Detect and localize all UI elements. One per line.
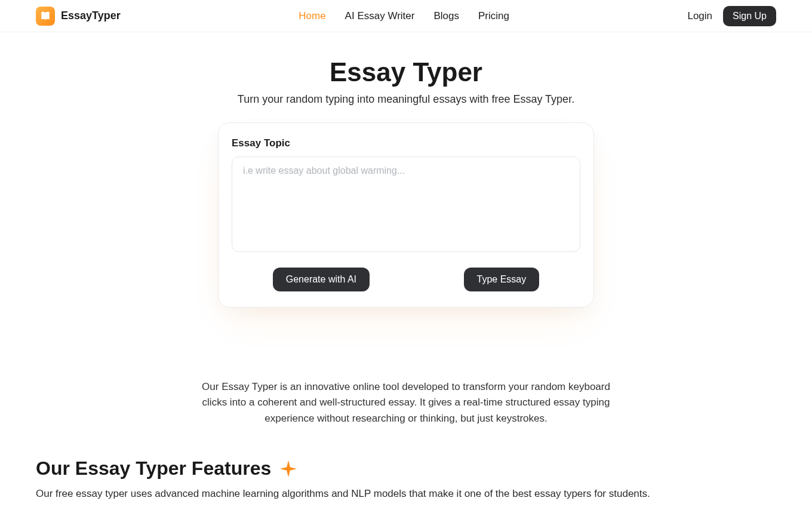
nav-home[interactable]: Home (299, 10, 325, 22)
essay-form-card: Essay Topic Generate with AI Type Essay (218, 122, 594, 308)
nav-ai-essay-writer[interactable]: AI Essay Writer (345, 10, 415, 22)
page-title: Essay Typer (0, 57, 812, 87)
action-buttons: Generate with AI Type Essay (232, 268, 580, 291)
intro-description: Our Essay Typer is an innovative online … (197, 379, 615, 426)
essay-topic-input[interactable] (232, 156, 580, 252)
brand-name: EssayTyper (61, 10, 121, 22)
features-heading-text: Our Essay Typer Features (36, 457, 271, 480)
logo[interactable]: EssayTyper (36, 7, 121, 26)
type-essay-button[interactable]: Type Essay (464, 268, 540, 291)
hero-section: Essay Typer Turn your random typing into… (0, 32, 812, 308)
features-section: Our Essay Typer Features Our free essay … (0, 426, 812, 513)
nav-blogs[interactable]: Blogs (433, 10, 459, 22)
login-link[interactable]: Login (687, 10, 712, 22)
generate-with-ai-button[interactable]: Generate with AI (273, 268, 370, 291)
signup-button[interactable]: Sign Up (723, 6, 776, 26)
features-subheading: Our free essay typer uses advanced machi… (36, 488, 776, 500)
header: EssayTyper Home AI Essay Writer Blogs Pr… (0, 0, 812, 32)
features-heading: Our Essay Typer Features (36, 457, 776, 480)
page-subtitle: Turn your random typing into meaningful … (0, 93, 812, 106)
nav-pricing[interactable]: Pricing (478, 10, 509, 22)
sparkle-icon (278, 459, 299, 479)
auth-controls: Login Sign Up (687, 6, 776, 26)
primary-nav: Home AI Essay Writer Blogs Pricing (299, 10, 509, 22)
book-icon (36, 7, 55, 26)
topic-label: Essay Topic (232, 137, 580, 149)
